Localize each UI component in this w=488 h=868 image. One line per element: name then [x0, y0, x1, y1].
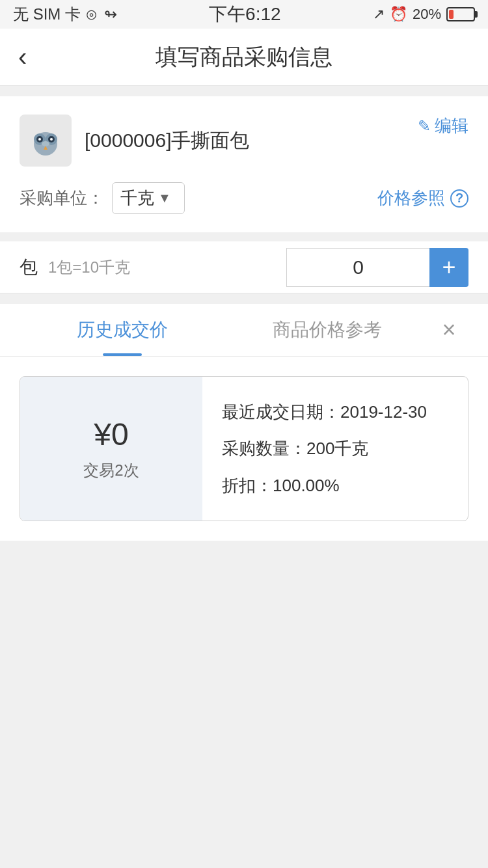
history-price: ¥0 — [94, 416, 128, 452]
product-image — [20, 115, 72, 167]
quantity-plus-button[interactable]: + — [429, 248, 468, 287]
unit-value: 千克 — [120, 187, 154, 210]
tab2-label: 商品价格参考 — [273, 318, 382, 342]
unit-label: 采购单位： — [20, 187, 104, 210]
sim-text: 无 SIM 卡 ⊙ — [13, 4, 98, 25]
product-left: [0000006]手撕面包 — [20, 115, 249, 167]
status-time: 下午6:12 — [209, 2, 281, 27]
battery-icon — [446, 7, 475, 21]
qty-value: 200千克 — [306, 439, 368, 458]
svg-point-6 — [50, 138, 53, 141]
tab-product-price-ref[interactable]: 商品价格参考 — [224, 304, 429, 356]
history-discount-row: 折扣：100.00% — [222, 474, 448, 497]
product-name: [0000006]手撕面包 — [85, 128, 249, 154]
history-trades: 交易2次 — [83, 460, 139, 481]
tab-history-price[interactable]: 历史成交价 — [20, 304, 224, 356]
svg-point-5 — [38, 138, 41, 141]
history-qty-row: 采购数量：200千克 — [222, 437, 448, 460]
history-card: ¥0 交易2次 最近成交日期：2019-12-30 采购数量：200千克 折扣：… — [20, 376, 468, 521]
chevron-down-icon: ▼ — [158, 191, 171, 206]
unit-select[interactable]: 千克 ▼ — [112, 182, 185, 214]
history-content: ¥0 交易2次 最近成交日期：2019-12-30 采购数量：200千克 折扣：… — [0, 357, 488, 541]
battery-percent: 20% — [413, 6, 441, 23]
back-button[interactable]: ‹ — [18, 42, 27, 72]
history-details: 最近成交日期：2019-12-30 采购数量：200千克 折扣：100.00% — [202, 377, 468, 521]
date-value: 2019-12-30 — [340, 402, 427, 422]
location-icon: ↗ — [373, 6, 385, 23]
date-label: 最近成交日期： — [222, 402, 340, 422]
status-right: ↗ ⏰ 20% — [373, 6, 475, 23]
edit-button[interactable]: ✎ 编辑 — [418, 115, 468, 137]
product-header: [0000006]手撕面包 ✎ 编辑 — [20, 115, 468, 167]
qty-label: 采购数量： — [222, 439, 306, 458]
wifi-icon: ↬ — [104, 5, 117, 23]
unit-left: 采购单位： 千克 ▼ — [20, 182, 185, 214]
tab1-label: 历史成交价 — [77, 318, 168, 342]
quantity-controls: 0 + — [286, 248, 468, 287]
status-left: 无 SIM 卡 ⊙ ↬ — [13, 4, 117, 25]
discount-label: 折扣： — [222, 476, 273, 495]
svg-point-7 — [42, 141, 49, 146]
price-ref-label: 价格参照 — [377, 187, 445, 210]
history-date-row: 最近成交日期：2019-12-30 — [222, 400, 448, 424]
edit-label: 编辑 — [435, 115, 468, 137]
page-title: 填写商品采购信息 — [156, 42, 332, 72]
edit-icon: ✎ — [418, 117, 431, 135]
discount-value: 100.00% — [273, 476, 340, 495]
section-divider — [0, 232, 488, 241]
quantity-value: 0 — [353, 256, 364, 278]
tab-section: 历史成交价 商品价格参考 × ¥0 交易2次 最近成交日期：2019-12-30 — [0, 304, 488, 541]
tab-close-button[interactable]: × — [429, 304, 468, 356]
tab-header: 历史成交价 商品价格参考 × — [0, 304, 488, 357]
price-ref-button[interactable]: 价格参照 ? — [377, 187, 468, 210]
product-unit-row: 采购单位： 千克 ▼ 价格参照 ? — [20, 182, 468, 214]
info-icon: ? — [450, 189, 468, 208]
quantity-input[interactable]: 0 — [286, 248, 429, 287]
nav-bar: ‹ 填写商品采购信息 — [0, 29, 488, 86]
unit-desc: 1包=10千克 — [48, 257, 130, 278]
alarm-icon: ⏰ — [390, 6, 407, 23]
status-bar: 无 SIM 卡 ⊙ ↬ 下午6:12 ↗ ⏰ 20% — [0, 0, 488, 29]
unit-type-label: 包 — [20, 255, 38, 280]
quantity-row: 包 1包=10千克 0 + — [0, 241, 488, 293]
quantity-label: 包 1包=10千克 — [20, 255, 130, 280]
product-card: [0000006]手撕面包 ✎ 编辑 采购单位： 千克 ▼ 价格参照 ? — [0, 96, 488, 232]
history-price-section: ¥0 交易2次 — [20, 377, 202, 521]
